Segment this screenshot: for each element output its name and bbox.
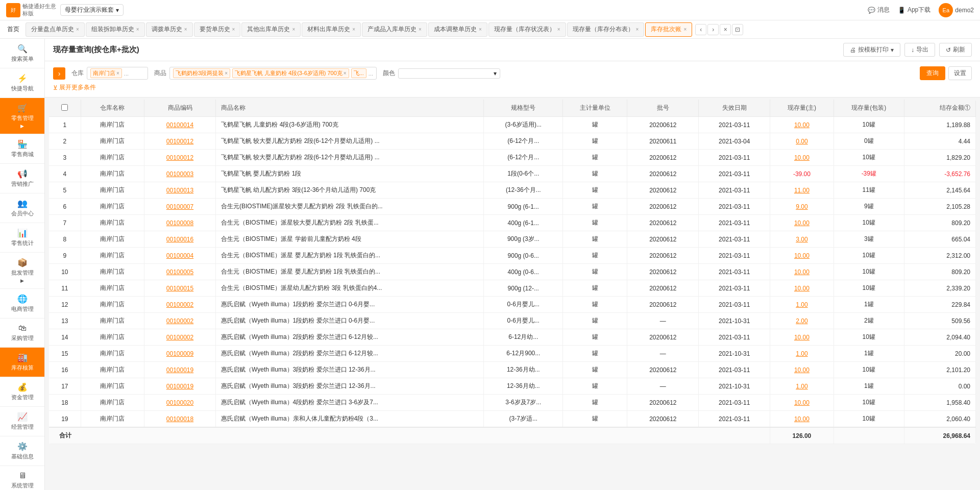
- row-qty[interactable]: 0.00: [770, 133, 834, 150]
- row-code[interactable]: 00100002: [144, 313, 216, 329]
- select-all-checkbox[interactable]: [61, 104, 68, 111]
- row-code[interactable]: 00100014: [144, 117, 216, 133]
- tab-qita[interactable]: 其他出库单历史 ×: [241, 22, 301, 37]
- filter-expand-btn[interactable]: ›: [53, 67, 65, 80]
- row-qty[interactable]: 10.00: [770, 329, 834, 346]
- row-qty[interactable]: 1.00: [770, 297, 834, 313]
- row-code[interactable]: 00100020: [144, 395, 216, 411]
- sidebar-item-wholesale[interactable]: 📦 批发管理 ▶: [0, 253, 44, 289]
- tab-next-btn[interactable]: ›: [707, 24, 719, 35]
- row-code[interactable]: 00100003: [144, 166, 216, 182]
- row-code[interactable]: 00100015: [144, 280, 216, 297]
- row-qty[interactable]: 10.00: [770, 117, 834, 133]
- row-qty[interactable]: 10.00: [770, 264, 834, 280]
- close-icon[interactable]: ×: [479, 27, 482, 32]
- row-qty[interactable]: 10.00: [770, 395, 834, 411]
- row-qty[interactable]: 1.00: [770, 378, 834, 395]
- app-download-btn[interactable]: 📱 App下载: [898, 6, 930, 14]
- row-code[interactable]: 00100009: [144, 346, 216, 362]
- row-qty[interactable]: 10.00: [770, 248, 834, 264]
- row-qty[interactable]: -39.00: [770, 166, 834, 182]
- row-qty[interactable]: 10.00: [770, 215, 834, 231]
- tab-close-all-btn[interactable]: ×: [720, 24, 731, 35]
- tab-home[interactable]: 首页: [2, 22, 24, 37]
- close-icon[interactable]: ×: [419, 27, 422, 32]
- sidebar-item-retail-stats[interactable]: 📊 零售统计: [0, 223, 44, 253]
- close-icon[interactable]: ×: [557, 27, 560, 32]
- row-qty[interactable]: 2.00: [770, 313, 834, 329]
- sidebar-item-operations[interactable]: 📈 经营管理: [0, 407, 44, 436]
- account-selector[interactable]: 母婴行业演示账套 ▾: [60, 4, 124, 16]
- row-code[interactable]: 00100013: [144, 182, 216, 199]
- warehouse-filter[interactable]: 南岸门店 × ...: [87, 67, 148, 80]
- sidebar-item-basic[interactable]: ⚙️ 基础信息: [0, 436, 44, 466]
- row-qty[interactable]: 10.00: [770, 280, 834, 297]
- settings-btn[interactable]: 设置: [948, 66, 972, 80]
- tab-tiaopi[interactable]: 调拨单历史 ×: [146, 22, 193, 37]
- close-icon[interactable]: ×: [683, 27, 687, 32]
- row-qty[interactable]: 11.00: [770, 182, 834, 199]
- row-code[interactable]: 00100012: [144, 150, 216, 166]
- row-code[interactable]: 00100019: [144, 362, 216, 378]
- close-icon[interactable]: ×: [184, 27, 187, 32]
- tab-menu-btn[interactable]: ⊡: [732, 24, 743, 35]
- row-qty[interactable]: 10.00: [770, 411, 834, 428]
- close-icon[interactable]: ×: [232, 27, 235, 32]
- row-qty[interactable]: 1.00: [770, 346, 834, 362]
- row-code[interactable]: 00100002: [144, 297, 216, 313]
- tag-close-icon[interactable]: ×: [344, 70, 347, 76]
- row-code[interactable]: 00100004: [144, 248, 216, 264]
- row-code[interactable]: 00100012: [144, 133, 216, 150]
- tab-cailiao[interactable]: 材料出库单历史 ×: [302, 22, 361, 37]
- sidebar-item-system[interactable]: 🖥 系统管理: [0, 466, 44, 490]
- color-filter[interactable]: ▾: [398, 68, 500, 79]
- row-code[interactable]: 00100019: [144, 378, 216, 395]
- export-btn[interactable]: ↓ 导出: [904, 43, 935, 57]
- tab-prev-btn[interactable]: ‹: [695, 24, 706, 35]
- row-qty[interactable]: 10.00: [770, 150, 834, 166]
- close-icon[interactable]: ×: [636, 27, 639, 32]
- row-qty[interactable]: 3.00: [770, 231, 834, 248]
- row-code[interactable]: 00100005: [144, 264, 216, 280]
- tab-chengben[interactable]: 成本调整单历史 ×: [428, 22, 487, 37]
- close-icon[interactable]: ×: [76, 27, 79, 32]
- close-icon[interactable]: ×: [352, 27, 355, 32]
- tab-chanjin[interactable]: 产成品入库单历史 ×: [362, 22, 427, 37]
- sidebar-item-marketing[interactable]: 📢 营销推广: [0, 164, 44, 193]
- sidebar-item-inventory[interactable]: 🏭 库存核算: [0, 348, 44, 377]
- row-qty[interactable]: 9.00: [770, 199, 834, 215]
- tab-xianzai2[interactable]: 现存量（库存分布表） ×: [567, 22, 645, 37]
- sidebar-item-quicknav[interactable]: ⚡ 快捷导航: [0, 68, 44, 98]
- row-code[interactable]: 00100007: [144, 199, 216, 215]
- sidebar-item-purchase[interactable]: 🛍 采购管理: [0, 318, 44, 348]
- sidebar-item-retail[interactable]: 🛒 零售管理 ▶: [0, 98, 44, 134]
- user-profile[interactable]: Ea demo2: [939, 3, 974, 17]
- close-icon[interactable]: ×: [292, 27, 295, 32]
- sidebar-item-finance[interactable]: 💰 资金管理: [0, 377, 44, 407]
- tab-xianzai1[interactable]: 现存量（库存状况表） ×: [488, 22, 566, 37]
- tab-piliang[interactable]: 库存批次账 ×: [645, 22, 692, 37]
- tab-yaohuo[interactable]: 要货单历史 ×: [194, 22, 241, 37]
- tag-close-icon[interactable]: ×: [116, 70, 119, 76]
- sidebar-item-member[interactable]: 👥 会员中心: [0, 193, 44, 223]
- tag-close-icon[interactable]: ×: [225, 70, 228, 76]
- query-btn[interactable]: 查询: [920, 66, 945, 80]
- sidebar-item-search[interactable]: 🔍 搜索英单: [0, 39, 44, 68]
- expand-more-conditions[interactable]: ⊻ 展开更多条件: [53, 83, 972, 92]
- print-btn[interactable]: 🖨 按模板打印 ▾: [843, 43, 900, 57]
- message-btn[interactable]: 💬 消息: [868, 6, 890, 14]
- sidebar-item-retail-shop[interactable]: 🏪 零售商城: [0, 134, 44, 164]
- refresh-btn[interactable]: ↺ 刷新: [939, 43, 972, 57]
- row-code[interactable]: 00100008: [144, 215, 216, 231]
- main-layout: 🔍 搜索英单 ⚡ 快捷导航 🛒 零售管理 ▶ 🏪 零售商城 📢 营销推广 👥 会…: [0, 39, 980, 490]
- product-filter[interactable]: 飞鹤奶粉3段两提装 × 飞鹤星飞帆 儿童奶粉 4段(3-6岁适用) 700克 ×…: [169, 67, 377, 80]
- row-code[interactable]: 00100018: [144, 411, 216, 428]
- row-warehouse: 南岸门店: [81, 133, 144, 150]
- close-icon[interactable]: ×: [136, 27, 139, 32]
- row-code[interactable]: 00100016: [144, 231, 216, 248]
- row-code[interactable]: 00100002: [144, 329, 216, 346]
- row-qty[interactable]: 10.00: [770, 362, 834, 378]
- tab-fenling[interactable]: 分量盘点单历史 ×: [26, 22, 85, 37]
- sidebar-item-ecommerce[interactable]: 🌐 电商管理: [0, 289, 44, 318]
- tab-zuchai[interactable]: 组装拆卸单历史 ×: [86, 22, 145, 37]
